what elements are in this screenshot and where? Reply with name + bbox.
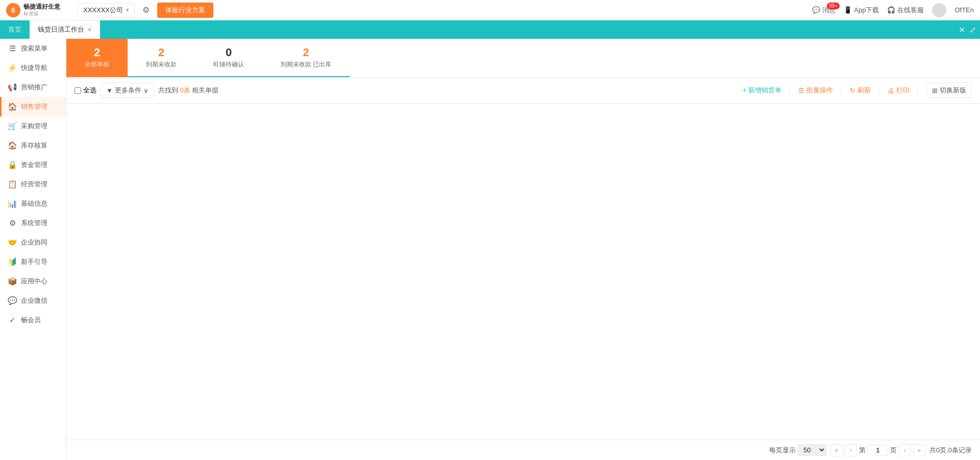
company-name: XXXXXX公司 [83, 6, 123, 15]
print-icon: 🖨 [888, 87, 894, 94]
card-all[interactable]: 2 全部单据 [66, 39, 128, 77]
filter-button[interactable]: ▼ 更多条件 ∨ [101, 83, 154, 98]
print-button[interactable]: 🖨 打印 [888, 86, 910, 95]
content-area: 2 全部单据 2 到期未收款 0 旺辅待确认 2 到期未收款 已出库 全选 [66, 39, 980, 460]
total-text: 共0页,0条记录 [929, 446, 972, 455]
company-selector[interactable]: XXXXXX公司 ▾ [78, 3, 135, 17]
sidebar-label-inventory: 库存核算 [21, 141, 47, 150]
summary-cards: 2 全部单据 2 到期未收款 0 旺辅待确认 2 到期未收款 已出库 [66, 39, 980, 78]
marketing-icon: 📢 [8, 83, 17, 92]
first-page-button[interactable]: « [830, 444, 843, 456]
last-page-button[interactable]: » [913, 444, 925, 456]
sidebar-label-member: 畅会员 [21, 316, 41, 325]
card-overdue-shipped-label: 到期未收款 已出库 [281, 60, 331, 69]
close-tab-icon[interactable]: ✕ [87, 27, 92, 33]
toolbar-right: + 新增销货单 ☰ 批量操作 ↻ 刷新 🖨 打印 ⊞ [743, 83, 972, 98]
try-industry-button[interactable]: 体验行业方案 [157, 3, 213, 18]
download-icon: 📱 [844, 6, 852, 14]
sidebar-item-search-menu[interactable]: ☰ 搜索菜单 [0, 39, 66, 58]
sales-icon: 🏠 [8, 102, 17, 111]
enterprise-icon: 🤝 [8, 238, 17, 247]
minimize-icon[interactable]: ✕ [959, 25, 965, 35]
wechat-icon: 💬 [8, 296, 17, 305]
sidebar-label-purchase: 采购管理 [21, 122, 47, 131]
refresh-button[interactable]: ↻ 刷新 [850, 86, 871, 95]
sidebar-item-app-center[interactable]: 📦 应用中心 [0, 272, 66, 291]
batch-label: 批量操作 [806, 86, 833, 95]
member-icon: ✓ [8, 316, 17, 325]
add-sales-order-button[interactable]: + 新增销货单 [743, 86, 781, 95]
avatar[interactable] [932, 3, 946, 17]
card-pending[interactable]: 0 旺辅待确认 [195, 39, 262, 77]
sidebar-label-system: 系统管理 [21, 219, 47, 228]
sidebar-item-operations[interactable]: 📋 经营管理 [0, 175, 66, 194]
table-area [66, 104, 980, 440]
filter-icon: ▼ [106, 87, 113, 94]
basic-info-icon: 📊 [8, 199, 17, 208]
sidebar-item-sales[interactable]: 🏠 销售管理 [0, 97, 66, 116]
card-pending-num: 0 [226, 46, 232, 59]
select-all-label: 全选 [83, 86, 96, 95]
sidebar-label-enterprise: 企业协同 [21, 238, 47, 247]
sidebar-item-inventory[interactable]: 🏠 库存核算 [0, 136, 66, 155]
app-download-button[interactable]: 📱 App下载 [844, 6, 879, 15]
page-nav: « ‹ 第 页 › » [830, 444, 925, 456]
maximize-icon[interactable]: ⤢ [969, 25, 976, 35]
tab-daily-work-label: 钱货日清工作台 [38, 25, 84, 34]
sidebar-item-finance[interactable]: 🔒 资金管理 [0, 155, 66, 175]
logo-icon: 6 [6, 3, 20, 17]
chevron-down-icon: ▾ [126, 7, 129, 13]
sidebar-item-quick-nav[interactable]: ⚡ 快捷导航 [0, 58, 66, 78]
page-input[interactable] [868, 445, 888, 455]
message-button[interactable]: 💬 消息 99+ [812, 6, 836, 15]
tab-home[interactable]: 首页 [0, 20, 30, 39]
sidebar-label-wechat: 企业微信 [21, 296, 47, 305]
sidebar-item-enterprise[interactable]: 🤝 企业协同 [0, 233, 66, 252]
finance-icon: 🔒 [8, 160, 17, 170]
sidebar-item-wechat[interactable]: 💬 企业微信 [0, 291, 66, 310]
sidebar-item-member[interactable]: ✓ 畅会员 [0, 310, 66, 330]
card-overdue[interactable]: 2 到期未收款 [128, 39, 195, 77]
message-badge: 99+ [827, 3, 840, 9]
app-center-icon: 📦 [8, 277, 17, 286]
next-page-button[interactable]: › [899, 444, 911, 456]
username: OfTEn [954, 6, 974, 14]
page-suffix: 页 [890, 446, 897, 455]
online-service-button[interactable]: 🎧 在线客服 [887, 6, 924, 15]
system-icon: ⚙ [8, 219, 17, 228]
batch-icon: ☰ [798, 87, 804, 94]
logo-text: 畅捷通好生意 标准版 [23, 3, 60, 16]
quick-nav-icon: ⚡ [8, 63, 17, 72]
card-all-label: 全部单据 [85, 60, 109, 69]
sidebar-item-guide[interactable]: 🔰 新手引导 [0, 252, 66, 272]
page-size-dropdown[interactable]: 50 100 200 [798, 444, 826, 456]
card-all-num: 2 [94, 46, 100, 59]
tab-daily-work[interactable]: 钱货日清工作台 ✕ [30, 20, 100, 39]
select-all-checkbox[interactable]: 全选 [75, 86, 96, 95]
service-icon: 🎧 [887, 6, 895, 14]
card-pending-label: 旺辅待确认 [213, 60, 244, 69]
top-header: 6 畅捷通好生意 标准版 XXXXXX公司 ▾ ⚙ 体验行业方案 💬 消息 99… [0, 0, 980, 20]
card-overdue-num: 2 [158, 46, 164, 59]
main-layout: ☰ 搜索菜单 ⚡ 快捷导航 📢 营销推广 🏠 销售管理 🛒 采购管理 🏠 库存核… [0, 39, 980, 460]
filter-chevron-icon: ∨ [143, 87, 149, 94]
found-text: 共找到 0条 相关单据 [158, 86, 218, 95]
batch-operation-button[interactable]: ☰ 批量操作 [798, 86, 833, 95]
sidebar-label-sales: 销售管理 [21, 102, 47, 111]
card-overdue-shipped[interactable]: 2 到期未收款 已出库 [262, 39, 350, 77]
checkbox-input[interactable] [75, 87, 81, 94]
sidebar-label-basic-info: 基础信息 [21, 199, 47, 208]
sidebar-label-guide: 新手引导 [21, 257, 47, 267]
sidebar-label-search-menu: 搜索菜单 [21, 44, 47, 53]
settings-icon[interactable]: ⚙ [139, 3, 153, 17]
sidebar-item-system[interactable]: ⚙ 系统管理 [0, 213, 66, 233]
sidebar-item-basic-info[interactable]: 📊 基础信息 [0, 194, 66, 213]
prev-page-button[interactable]: ‹ [845, 444, 857, 456]
found-suffix: 相关单据 [192, 86, 218, 94]
toolbar: 全选 ▼ 更多条件 ∨ 共找到 0条 相关单据 + 新增销货单 ☰ 批量操作 [66, 78, 980, 104]
switch-version-button[interactable]: ⊞ 切换新版 [926, 83, 972, 98]
sidebar-label-quick-nav: 快捷导航 [21, 63, 47, 72]
sidebar-item-purchase[interactable]: 🛒 采购管理 [0, 116, 66, 136]
sidebar-item-marketing[interactable]: 📢 营销推广 [0, 78, 66, 97]
divider3 [879, 87, 879, 94]
